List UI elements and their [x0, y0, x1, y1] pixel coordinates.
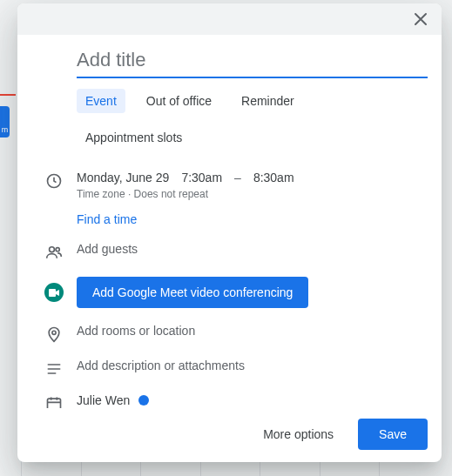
recurrence-link[interactable]: Does not repeat: [134, 188, 208, 200]
title-input[interactable]: [77, 45, 428, 78]
add-guests-field[interactable]: Add guests: [77, 242, 428, 256]
svg-rect-3: [49, 289, 56, 297]
more-options-button[interactable]: More options: [254, 420, 342, 448]
tab-event[interactable]: Event: [77, 89, 125, 113]
svg-point-2: [56, 248, 59, 251]
close-button[interactable]: [410, 9, 431, 30]
now-indicator: [0, 94, 16, 96]
add-description-field[interactable]: Add description or attachments: [77, 359, 428, 372]
svg-rect-5: [48, 399, 61, 408]
event-end-time[interactable]: 8:30am: [253, 171, 294, 184]
add-google-meet-button[interactable]: Add Google Meet video conferencing: [77, 277, 308, 308]
calendar-color-dot[interactable]: [138, 395, 149, 406]
find-a-time-link[interactable]: Find a time: [77, 212, 428, 226]
separator-dot: ·: [128, 188, 134, 200]
clock-icon: [45, 172, 63, 190]
google-meet-icon: [44, 283, 64, 302]
event-create-dialog: Event Out of office Reminder Appointment…: [17, 3, 442, 462]
event-start-time[interactable]: 7:30am: [181, 171, 222, 184]
calendar-owner-name[interactable]: Julie Wen: [77, 393, 130, 407]
svg-point-1: [50, 247, 55, 252]
svg-point-4: [52, 331, 56, 334]
event-date[interactable]: Monday, June 29: [77, 171, 169, 184]
timezone-link[interactable]: Time zone: [77, 188, 125, 200]
close-icon: [414, 12, 428, 26]
tab-out-of-office[interactable]: Out of office: [138, 89, 220, 113]
description-icon: [45, 360, 63, 378]
location-icon: [45, 325, 63, 343]
people-icon: [45, 244, 63, 261]
event-type-tabs: Event Out of office Reminder Appointment…: [31, 89, 428, 150]
tab-reminder[interactable]: Reminder: [233, 89, 303, 113]
calendar-icon: [45, 395, 63, 408]
save-button[interactable]: Save: [358, 419, 428, 450]
time-separator: –: [234, 171, 241, 184]
add-location-field[interactable]: Add rooms or location: [77, 324, 428, 338]
tab-appointment-slots[interactable]: Appointment slots: [77, 125, 191, 150]
background-event-block: m: [0, 106, 10, 137]
